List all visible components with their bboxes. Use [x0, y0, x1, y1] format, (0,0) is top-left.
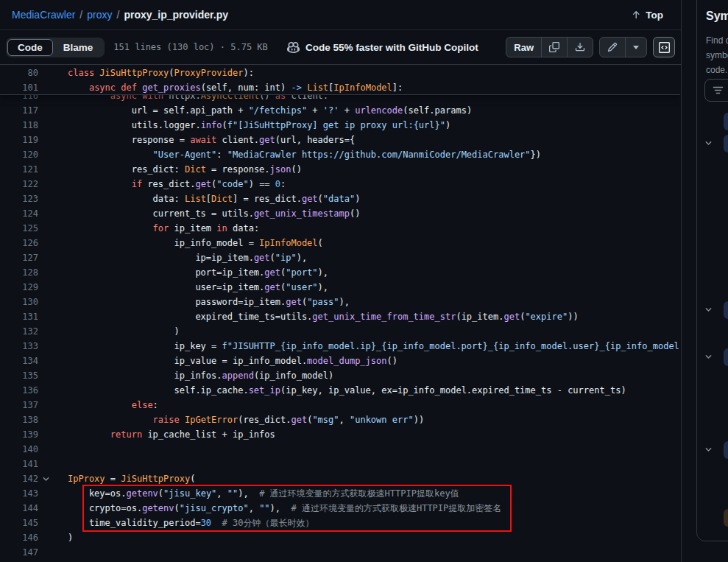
symbols-tree [697, 0, 728, 541]
symbol-kind-icon[interactable] [724, 441, 728, 459]
file-toolbar: Code Blame 151 lines (130 loc) · 5.75 KB… [0, 30, 681, 65]
line-number[interactable]: 119 [0, 133, 38, 147]
line-number[interactable]: 124 [0, 206, 38, 221]
gutter [38, 516, 53, 530]
code-text: response = await client.get(url, headers… [53, 133, 680, 147]
line-number[interactable]: 130 [0, 295, 38, 309]
line-number[interactable]: 141 [0, 457, 38, 471]
code-line: 133 ip_key = f"JISUHTTP_{ip_info_model.i… [0, 339, 680, 354]
line-number[interactable]: 142 [0, 471, 38, 486]
line-number[interactable]: 123 [0, 192, 38, 206]
line-number[interactable]: 134 [0, 354, 38, 368]
line-number[interactable]: 101 [0, 80, 38, 95]
code-text [53, 442, 680, 457]
line-number[interactable]: 128 [0, 265, 38, 280]
breadcrumb: MediaCrawler / proxy / proxy_ip_provider… [12, 9, 228, 21]
breadcrumb-separator: / [79, 9, 82, 21]
line-number[interactable]: 135 [0, 368, 38, 383]
line-number[interactable]: 131 [0, 309, 38, 324]
line-number[interactable]: 133 [0, 339, 38, 354]
code-text: ip_key = f"JISUHTTP_{ip_info_model.ip}_{… [53, 339, 680, 354]
code-symbols-toggle-button[interactable] [653, 37, 675, 57]
code-line: 136 self.ip_cache.set_ip(ip_key, ip_valu… [0, 383, 680, 398]
edit-dropdown-caret-icon[interactable] [625, 38, 646, 57]
symbol-item[interactable] [697, 135, 728, 152]
code-text: utils.logger.info(f"[JiSuHttpProxy] get … [53, 118, 680, 133]
line-number[interactable]: 122 [0, 177, 38, 192]
code-text: IpProxy = JiSuHttpProxy( [53, 471, 680, 486]
gutter [38, 545, 53, 560]
code-text [53, 545, 680, 560]
line-number[interactable]: 146 [0, 530, 38, 545]
download-icon[interactable] [567, 38, 593, 57]
toolbar-actions: Raw [506, 37, 675, 57]
line-number[interactable]: 120 [0, 147, 38, 162]
code-line: 147 [0, 545, 680, 560]
code-line: 135 ip_infos.append(ip_info_model) [0, 368, 680, 383]
code-text: port=ip_item.get("port"), [53, 265, 680, 280]
line-number[interactable]: 136 [0, 383, 38, 398]
line-number[interactable]: 144 [0, 501, 38, 516]
code-viewer: 116 async with httpx.AsyncClient() as cl… [0, 66, 680, 562]
breadcrumb-separator: / [116, 9, 119, 21]
code-line: 122 if res_dict.get("code") == 0: [0, 177, 680, 192]
code-line: 132 ) [0, 324, 680, 339]
symbol-kind-icon[interactable] [724, 113, 728, 130]
line-number[interactable]: 80 [0, 66, 38, 80]
code-text: async def get_proxies(self, num: int) ->… [53, 80, 680, 95]
symbol-item[interactable] [697, 509, 728, 527]
copilot-banner[interactable]: Code 55% faster with GitHub Copilot [287, 41, 478, 54]
symbol-kind-icon[interactable] [724, 135, 728, 152]
tab-blame[interactable]: Blame [53, 39, 104, 56]
line-number[interactable]: 132 [0, 324, 38, 339]
edit-pencil-icon[interactable] [600, 38, 625, 57]
line-number[interactable]: 117 [0, 103, 38, 118]
symbol-kind-icon[interactable] [724, 348, 728, 366]
line-number[interactable]: 137 [0, 398, 38, 412]
code-text: ip_infos.append(ip_info_model) [53, 368, 680, 383]
symbol-item[interactable] [697, 348, 728, 366]
code-line: 126 ip_info_model = IpInfoModel( [0, 236, 680, 250]
breadcrumb-dir-link[interactable]: proxy [87, 9, 112, 21]
line-number[interactable]: 121 [0, 162, 38, 177]
line-number[interactable]: 125 [0, 221, 38, 236]
code-line: 119 response = await client.get(url, hea… [0, 133, 680, 147]
line-number[interactable]: 147 [0, 545, 38, 560]
code-line: 121 res_dict: Dict = response.json() [0, 162, 680, 177]
line-number[interactable]: 139 [0, 427, 38, 442]
code-line: 120 "User-Agent": "MediaCrawler https://… [0, 147, 680, 162]
chevron-down-icon[interactable] [704, 353, 713, 361]
collapse-chevron-icon[interactable] [38, 471, 53, 486]
gutter [38, 486, 53, 501]
scroll-to-top-button[interactable]: Top [625, 7, 669, 24]
symbol-item[interactable] [697, 441, 728, 459]
code-text: class JiSuHttpProxy(ProxyProvider): [53, 66, 680, 80]
chevron-down-icon[interactable] [704, 139, 713, 147]
gutter [38, 412, 53, 427]
tab-code[interactable]: Code [7, 39, 53, 56]
symbol-kind-icon[interactable] [724, 301, 728, 319]
line-number[interactable]: 126 [0, 236, 38, 250]
line-number[interactable]: 127 [0, 250, 38, 265]
raw-button[interactable]: Raw [506, 38, 541, 57]
symbol-item[interactable] [697, 301, 728, 319]
chevron-down-icon[interactable] [704, 446, 713, 454]
chevron-down-icon[interactable] [704, 306, 713, 314]
line-number[interactable]: 118 [0, 118, 38, 133]
line-number[interactable]: 138 [0, 412, 38, 427]
code-line: 142IpProxy = JiSuHttpProxy( [0, 471, 680, 486]
copy-icon[interactable] [541, 38, 567, 57]
code-line: 127 ip=ip_item.get("ip"), [0, 250, 680, 265]
line-number[interactable]: 143 [0, 486, 38, 501]
gutter [38, 103, 53, 118]
scroll-to-top-label: Top [646, 10, 663, 21]
gutter [38, 66, 53, 80]
symbol-item[interactable] [697, 113, 728, 130]
code-text: raise IpGetError(res_dict.get("msg", "un… [53, 412, 680, 427]
line-number[interactable]: 140 [0, 442, 38, 457]
breadcrumb-repo-link[interactable]: MediaCrawler [12, 9, 75, 21]
line-number[interactable]: 129 [0, 280, 38, 295]
line-number[interactable]: 145 [0, 516, 38, 530]
symbol-kind-icon[interactable] [724, 509, 728, 527]
code-line: 131 expired_time_ts=utils.get_unix_time_… [0, 309, 680, 324]
